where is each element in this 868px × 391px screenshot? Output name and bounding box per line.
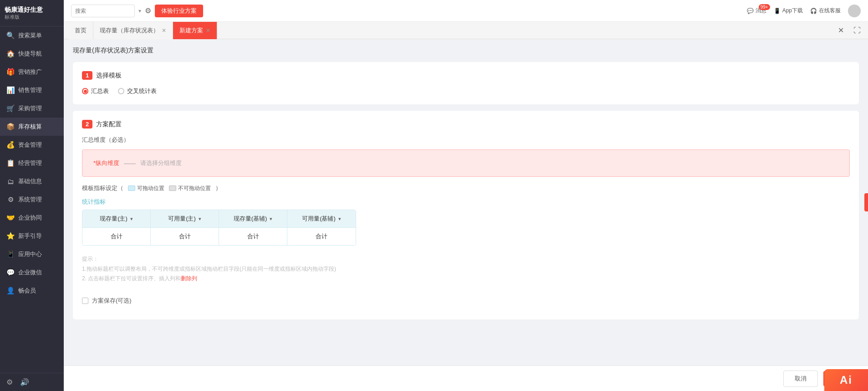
speaker-icon[interactable]: 🔊 [20, 378, 29, 386]
indicator-setting-suffix: ） [215, 184, 221, 192]
tip-item-1: 1.拖动标题栏可以调整布局，不可跨维度或指标区域拖动栏目字段(只能在同一维度或指… [82, 264, 850, 274]
col2-chevron-icon[interactable]: ▾ [199, 216, 201, 222]
search-input[interactable] [71, 5, 135, 17]
page-title: 现存量(库存状况表)方案设置 [73, 46, 859, 55]
step2-header: 2 方案配置 [82, 120, 850, 129]
radio-crosstab-circle [118, 88, 124, 94]
sidebar-item-appstore[interactable]: 📱 应用中心 [0, 245, 64, 263]
trial-button[interactable]: 体验行业方案 [155, 5, 203, 17]
main-area: ▾ ⚙ 体验行业方案 💬 消息 99+ 📱 App下载 🎧 在线客服 [64, 0, 868, 391]
gift-icon: 🎁 [6, 68, 15, 76]
sidebar-item-system[interactable]: ⚙ 系统管理 [0, 190, 64, 209]
sidebar-item-label: 销售管理 [18, 86, 42, 94]
sidebar-item-wechat[interactable]: 💬 企业微信 [0, 263, 64, 282]
sidebar-item-label: 资金管理 [18, 141, 42, 149]
handshake-icon: 🤝 [6, 214, 15, 222]
cart-icon: 🛒 [6, 104, 15, 113]
close-new-scheme-tab-button[interactable]: ✕ [206, 28, 210, 33]
col3-chevron-icon[interactable]: ▾ [270, 216, 272, 222]
box-icon: 📦 [6, 123, 15, 131]
sidebar-item-purchase[interactable]: 🛒 采购管理 [0, 99, 64, 118]
expand-panel-button[interactable]: ⛶ [851, 24, 863, 37]
tip-item-2: 2. 点击标题栏下拉可设置排序、插入列和删除列 [82, 274, 850, 284]
sidebar-item-label: 畅会员 [18, 287, 36, 295]
tab-inventory-label: 现存量（库存状况表） [100, 26, 159, 35]
dimension-section-title: 汇总维度（必选） [82, 136, 850, 144]
right-handle [864, 193, 868, 211]
bell-icon: 💬 [747, 8, 754, 14]
stats-table-row: 合计 合计 合计 合计 [82, 227, 356, 245]
sidebar-item-search[interactable]: 🔍 搜索菜单 [0, 26, 64, 45]
app-download-button[interactable]: 📱 App下载 [774, 7, 803, 15]
sidebar-item-operations[interactable]: 📋 经营管理 [0, 154, 64, 172]
sidebar-bottom: ⚙ 🔊 [0, 373, 64, 391]
close-inventory-tab-button[interactable]: ✕ [162, 28, 166, 33]
radio-crosstab-label: 交叉统计表 [127, 87, 157, 95]
settings-bottom-icon[interactable]: ⚙ [6, 378, 13, 386]
save-option-row: 方案保存(可选) [82, 291, 850, 310]
sidebar-item-newbie[interactable]: ⭐ 新手引导 [0, 227, 64, 245]
col-cell-2: 合计 [151, 228, 219, 245]
close-panel-button[interactable]: ✕ [834, 24, 847, 37]
online-service-button[interactable]: 🎧 在线客服 [810, 7, 841, 15]
col-header-3[interactable]: 现存量(基辅) ▾ [219, 210, 287, 227]
stats-table-header: 现存量(主) ▾ 可用量(主) ▾ 现存量(基辅) ▾ 可用量(基辅) [82, 210, 356, 227]
stats-table: 现存量(主) ▾ 可用量(主) ▾ 现存量(基辅) ▾ 可用量(基辅) [82, 210, 356, 246]
user-avatar-button[interactable] [848, 5, 861, 17]
col-header-4[interactable]: 可用量(基辅) ▾ [287, 210, 356, 227]
sidebar-item-label: 经营管理 [18, 159, 42, 167]
sidebar-item-label: 快捷导航 [18, 50, 42, 58]
topbar-gear-icon[interactable]: ⚙ [145, 6, 151, 15]
sidebar-item-contract[interactable]: 🤝 企业协同 [0, 209, 64, 227]
gear-icon: ⚙ [6, 196, 15, 204]
sidebar-item-finance[interactable]: 💰 资金管理 [0, 136, 64, 154]
topbar-left: ▾ ⚙ 体验行业方案 [71, 5, 741, 17]
col-header-4-label: 可用量(基辅) [302, 215, 336, 223]
money-icon: 💰 [6, 141, 15, 149]
sidebar-item-sales[interactable]: 📊 销售管理 [0, 81, 64, 99]
ai-badge[interactable]: Ai [824, 369, 868, 391]
indicator-setting-row: 模板指标设定（ 可拖动位置 不可拖动位置 ） [82, 184, 850, 192]
col4-chevron-icon[interactable]: ▾ [338, 216, 341, 222]
col-header-2[interactable]: 可用量(主) ▾ [151, 210, 219, 227]
chevron-down-icon[interactable]: ▾ [138, 8, 141, 14]
not-draggable-tag: 不可拖动位置 [169, 185, 211, 192]
save-checkbox[interactable] [82, 298, 88, 304]
sidebar-item-label: 企业微信 [18, 268, 42, 277]
topbar-right: 💬 消息 99+ 📱 App下载 🎧 在线客服 [747, 5, 861, 17]
phone-icon: 📱 [6, 250, 15, 258]
tab-inventory[interactable]: 现存量（库存状况表） ✕ [93, 22, 173, 39]
online-service-label: 在线客服 [819, 7, 841, 15]
step2-badge: 2 [82, 120, 92, 129]
col1-chevron-icon[interactable]: ▾ [130, 216, 133, 222]
radio-summary-label: 汇总表 [91, 87, 109, 95]
sidebar-item-label: 企业协同 [18, 214, 42, 222]
tip-2-link[interactable]: 删除列 [181, 275, 197, 282]
step1-badge: 1 [82, 71, 92, 80]
sidebar-item-label: 库存核算 [18, 123, 42, 131]
radio-crosstab[interactable]: 交叉统计表 [118, 87, 157, 95]
sidebar-item-inventory[interactable]: 📦 库存核算 [0, 118, 64, 136]
save-label: 方案保存(可选) [92, 297, 132, 305]
person-icon: 👤 [6, 287, 15, 295]
cancel-button[interactable]: 取消 [783, 370, 818, 387]
logo-sub: 标准版 [5, 14, 59, 21]
radio-summary[interactable]: 汇总表 [82, 87, 109, 95]
sidebar-item-member[interactable]: 👤 畅会员 [0, 282, 64, 300]
col-cell-4: 合计 [287, 228, 356, 245]
sidebar-item-basic[interactable]: 🗂 基础信息 [0, 172, 64, 190]
tab-new-scheme[interactable]: 新建方案 ✕ [173, 22, 217, 39]
home-icon: 🏠 [6, 50, 15, 58]
step1-card: 1 选择模板 汇总表 交叉统计表 [73, 62, 859, 104]
tips-section: 提示： 1.拖动标题栏可以调整布局，不可跨维度或指标区域拖动栏目字段(只能在同一… [82, 254, 850, 284]
sidebar-item-quicknav[interactable]: 🏠 快捷导航 [0, 45, 64, 63]
col-header-1[interactable]: 现存量(主) ▾ [82, 210, 151, 227]
star-icon: ⭐ [6, 232, 15, 240]
sidebar-item-label: 营销推广 [18, 68, 42, 76]
logo-title: 畅康通好生意 [5, 5, 59, 14]
search-icon: 🔍 [6, 31, 15, 40]
notification-badge: 99+ [759, 4, 770, 10]
tab-home[interactable]: 首页 [68, 22, 93, 39]
notification-button[interactable]: 💬 消息 99+ [747, 7, 766, 15]
sidebar-item-marketing[interactable]: 🎁 营销推广 [0, 63, 64, 81]
